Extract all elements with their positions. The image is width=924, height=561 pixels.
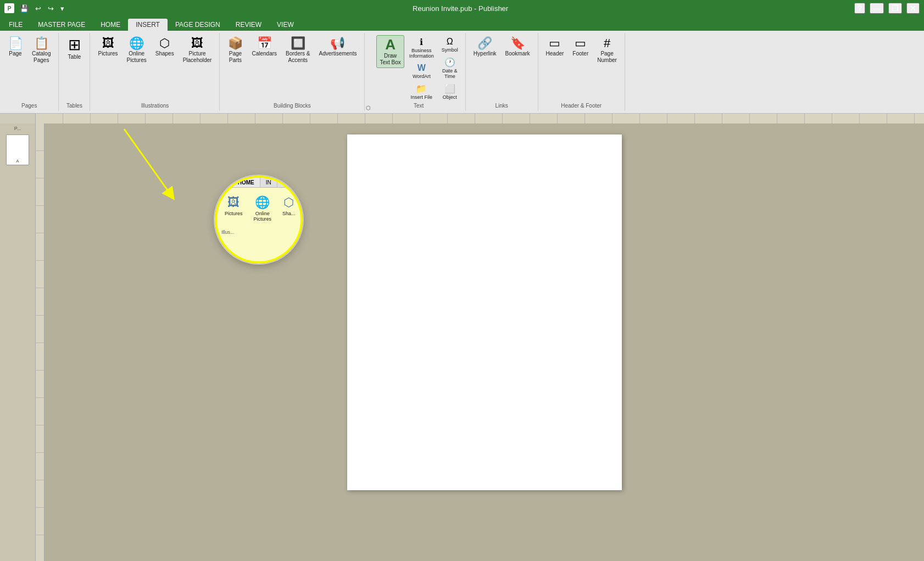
insert-file-button[interactable]: 📁 Insert File: [407, 82, 437, 102]
restore-button[interactable]: ❐: [888, 3, 902, 14]
magnify-tabs: E HOME IN: [217, 178, 300, 188]
tab-review[interactable]: REVIEW: [228, 19, 269, 31]
borders-accents-button[interactable]: 🔲 Borders &Accents: [282, 35, 313, 66]
picture-placeholder-button[interactable]: 🖼 PicturePlaceholder: [180, 35, 215, 66]
page-button[interactable]: 📄 Page: [4, 35, 26, 59]
page-label: Page: [9, 51, 21, 57]
customize-qa-button[interactable]: ▾: [58, 3, 66, 14]
calendars-button[interactable]: 📅 Calendars: [248, 35, 280, 59]
page-number-icon: #: [604, 37, 610, 49]
mag-tab-e[interactable]: E: [217, 178, 232, 187]
mag-tab-home[interactable]: HOME: [232, 178, 260, 187]
footer-button[interactable]: ▭ Footer: [569, 35, 592, 59]
header-label: Header: [546, 51, 564, 57]
pictures-button[interactable]: 🖼 Pictures: [94, 35, 121, 59]
tab-master-page[interactable]: MASTER PAGE: [30, 19, 93, 31]
building-blocks-expand[interactable]: ⬡: [366, 105, 371, 111]
close-button[interactable]: ✕: [906, 3, 920, 14]
tab-insert[interactable]: INSERT: [128, 19, 168, 31]
pages-group-content: 📄 Page 📋 CatalogPages: [4, 35, 54, 102]
magnify-online-pictures-button[interactable]: 🌐 Online Pictures: [251, 193, 275, 224]
title-bar-right: ? — ❐ ✕: [854, 3, 920, 14]
shapes-button[interactable]: ⬡ Shapes: [152, 35, 177, 59]
symbol-label: Symbol: [442, 47, 458, 53]
illustrations-group-content: 🖼 Pictures 🌐 OnlinePictures ⬡ Shapes 🖼 P…: [94, 35, 215, 102]
magnify-pictures-button[interactable]: 🖼 Pictures: [221, 193, 246, 218]
bookmark-button[interactable]: 🔖 Bookmark: [502, 35, 533, 59]
object-icon: ⬜: [444, 83, 455, 94]
page-thumbnail-1[interactable]: A: [6, 134, 29, 165]
illustrations-group-label: Illustrations: [141, 102, 169, 109]
tab-home[interactable]: HOME: [93, 19, 128, 31]
table-icon: ⊞: [68, 37, 81, 53]
picture-placeholder-label: PicturePlaceholder: [183, 51, 212, 64]
horizontal-ruler: [36, 114, 924, 124]
minimize-button[interactable]: —: [870, 3, 884, 14]
header-button[interactable]: ▭ Header: [543, 35, 567, 59]
ribbon-group-pages: 📄 Page 📋 CatalogPages Pages: [0, 33, 59, 111]
quick-access-toolbar: 💾 ↩ ↪ ▾: [18, 3, 66, 14]
picture-placeholder-icon: 🖼: [191, 37, 203, 49]
business-information-label: BusinessInformation: [409, 48, 434, 59]
mag-tab-in[interactable]: IN: [260, 178, 277, 187]
hyperlink-button[interactable]: 🔗 Hyperlink: [470, 35, 500, 59]
redo-button[interactable]: ↪: [46, 3, 56, 14]
date-time-button[interactable]: 🕐 Date &Time: [439, 55, 461, 81]
building-blocks-group-content: 📦 PageParts 📅 Calendars 🔲 Borders &Accen…: [224, 35, 360, 102]
advertisements-button[interactable]: 📢 Advertisements: [316, 35, 360, 59]
wordart-label: WordArt: [413, 74, 431, 79]
ribbon-group-illustrations: 🖼 Pictures 🌐 OnlinePictures ⬡ Shapes 🖼 P…: [90, 33, 220, 111]
tab-page-design[interactable]: PAGE DESIGN: [168, 19, 228, 31]
page-parts-icon: 📦: [228, 37, 243, 49]
ribbon-group-tables: ⊞ Table Tables: [59, 33, 90, 111]
advertisements-icon: 📢: [330, 37, 345, 49]
links-group-content: 🔗 Hyperlink 🔖 Bookmark: [470, 35, 533, 102]
page-number-button[interactable]: # PageNumber: [594, 35, 620, 66]
symbol-icon: Ω: [447, 37, 453, 47]
page-parts-button[interactable]: 📦 PageParts: [224, 35, 246, 66]
date-time-icon: 🕐: [444, 57, 455, 68]
sidebar-label: P...: [14, 126, 21, 131]
date-time-label: Date &Time: [442, 68, 458, 79]
object-button[interactable]: ⬜ Object: [439, 82, 461, 102]
svg-line-0: [124, 129, 171, 195]
magnify-shapes-button[interactable]: ⬡ Sha...: [279, 193, 299, 218]
magnify-pictures-icon: 🖼: [227, 195, 240, 210]
wordart-icon: W: [418, 63, 426, 73]
catalog-pages-button[interactable]: 📋 CatalogPages: [29, 35, 54, 66]
magnify-shapes-label: Sha...: [282, 211, 296, 216]
magnify-online-pictures-label: Online Pictures: [254, 211, 272, 222]
online-pictures-button[interactable]: 🌐 OnlinePictures: [124, 35, 150, 66]
object-label: Object: [443, 94, 457, 100]
save-button[interactable]: 💾: [18, 3, 31, 14]
table-label: Table: [68, 54, 81, 60]
page-number-label: PageNumber: [597, 51, 617, 64]
bookmark-label: Bookmark: [505, 51, 530, 57]
app-icon: P: [4, 3, 14, 13]
draw-text-box-button[interactable]: A DrawText Box: [376, 35, 404, 68]
online-pictures-label: OnlinePictures: [127, 51, 147, 64]
footer-icon: ▭: [575, 37, 586, 49]
text-group-content: A DrawText Box ℹ BusinessInformation W W…: [376, 35, 460, 102]
help-button[interactable]: ?: [854, 3, 865, 14]
catalog-pages-label: CatalogPages: [32, 51, 51, 64]
ribbon-group-header-footer: ▭ Header ▭ Footer # PageNumber Header & …: [538, 33, 625, 111]
links-group-label: Links: [496, 102, 508, 109]
page-parts-label: PageParts: [229, 51, 242, 64]
table-button[interactable]: ⊞ Table: [63, 35, 85, 63]
magnify-circle: E HOME IN 🖼 Pictures 🌐 Online Pictures ⬡…: [215, 176, 303, 263]
tab-view[interactable]: VIEW: [269, 19, 302, 31]
undo-button[interactable]: ↩: [33, 3, 43, 14]
wordart-button[interactable]: W WordArt: [407, 61, 437, 81]
vertical-ruler: [36, 124, 44, 561]
online-pictures-icon: 🌐: [129, 37, 144, 49]
business-information-button[interactable]: ℹ BusinessInformation: [407, 35, 437, 60]
canvas-area: E HOME IN 🖼 Pictures 🌐 Online Pictures ⬡…: [44, 124, 924, 561]
shapes-icon: ⬡: [159, 37, 170, 49]
pictures-label: Pictures: [98, 51, 118, 57]
symbol-button[interactable]: Ω Symbol: [439, 35, 461, 54]
pages-group-label: Pages: [21, 102, 37, 109]
page-thumb-label: A: [7, 159, 29, 164]
tab-file[interactable]: FILE: [1, 19, 30, 31]
ribbon-group-building-blocks: 📦 PageParts 📅 Calendars 🔲 Borders &Accen…: [220, 33, 365, 111]
